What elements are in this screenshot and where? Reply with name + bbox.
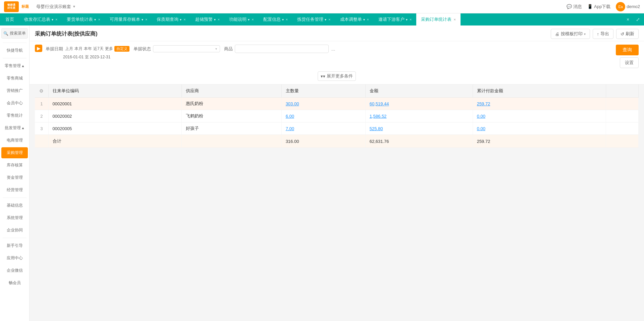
expand-more-btn[interactable]: ▾▾ 展开更多条件: [318, 71, 356, 81]
date-filter-group: 单据日期 上月 本月 本年 近7天 更多 自定义: [46, 46, 129, 52]
cell-qty[interactable]: 303.00: [281, 98, 365, 110]
nav-maximize-btn[interactable]: ⤢: [633, 15, 643, 24]
cell-amount[interactable]: 1,586.52: [365, 110, 473, 122]
tab-close-icon[interactable]: ×: [286, 17, 288, 21]
tab-bqcx[interactable]: 保质期查询 ▾ ×: [152, 13, 190, 25]
tab-label: 采购订单统计表: [421, 16, 451, 22]
user-area[interactable]: Ea demo2: [616, 2, 640, 11]
refresh-btn[interactable]: ↺ 刷新: [616, 29, 639, 39]
sidebar-item-kchs[interactable]: 库存核算: [1, 160, 28, 171]
cell-code: 00020001: [48, 98, 182, 110]
export-btn[interactable]: ↑ 导出: [593, 29, 614, 39]
tab-label: 收发存汇总表: [24, 16, 50, 22]
tab-close-icon[interactable]: ×: [367, 17, 369, 21]
cell-paid[interactable]: 0.00: [473, 110, 606, 122]
tab-ccyj[interactable]: 超储预警 ▾ ×: [191, 13, 224, 25]
cell-amount[interactable]: 525.80: [365, 122, 473, 135]
message-label: 消息: [573, 4, 582, 10]
tab-cbtz[interactable]: 成本调整单 ▾ ×: [335, 13, 374, 25]
nav-close-btn[interactable]: ×: [623, 15, 633, 24]
expand-icon: ▲: [21, 126, 25, 130]
footer-empty-2: [182, 135, 281, 148]
sidebar-item-jcxx[interactable]: 基础信息: [1, 200, 28, 211]
sidebar-item-dsgl[interactable]: 电商管理: [1, 135, 28, 146]
shortcut-7days[interactable]: 近7天: [93, 46, 104, 52]
workspace-selector[interactable]: 母婴行业演示账套 ▼: [34, 4, 78, 10]
tab-arrow-icon: ▾: [142, 18, 143, 21]
cell-no: 2: [35, 110, 48, 122]
query-btn[interactable]: 查询: [616, 45, 639, 55]
sidebar-item-qywx[interactable]: 企业微信: [1, 265, 28, 276]
app-download-btn[interactable]: 📱 App下载: [587, 4, 610, 10]
goods-input[interactable]: [235, 45, 329, 53]
filter-right-actions: 查询 设置: [616, 45, 639, 68]
print-arrow-icon: ▾: [584, 32, 586, 36]
shortcut-more[interactable]: 更多: [105, 46, 113, 52]
tab-close-icon[interactable]: ×: [453, 17, 455, 21]
sidebar-item-qyxt[interactable]: 企业协同: [1, 225, 28, 236]
cell-amount[interactable]: 60,519.44: [365, 98, 473, 110]
sidebar-item-lstj[interactable]: 零售统计: [1, 110, 28, 121]
tab-arrow-icon: ▾: [406, 18, 408, 21]
footer-label: 合计: [48, 135, 182, 148]
home-label: 首页: [5, 16, 14, 22]
tab-close-icon[interactable]: ×: [410, 17, 412, 21]
filter-toggle-btn[interactable]: ▶: [35, 45, 42, 52]
tab-close-icon[interactable]: ×: [328, 17, 330, 21]
sidebar-item-phy[interactable]: 畅会员: [1, 277, 28, 288]
shortcut-last-month[interactable]: 上月: [65, 46, 73, 52]
tab-close-icon[interactable]: ×: [145, 17, 147, 21]
status-select[interactable]: ▾: [153, 45, 220, 52]
cell-qty[interactable]: 7.00: [281, 122, 365, 135]
export-label: 导出: [600, 31, 609, 37]
shortcut-this-month[interactable]: 本月: [74, 46, 83, 52]
sidebar-item-hyzy[interactable]: 会员中心: [1, 98, 28, 109]
tab-gnsm[interactable]: 功能说明 ▾ ×: [224, 13, 258, 25]
goods-more-icon[interactable]: ...: [331, 46, 335, 52]
sidebar-item-zjgl[interactable]: 资金管理: [1, 172, 28, 183]
cell-paid[interactable]: 259.72: [473, 98, 606, 110]
tab-pzsz[interactable]: 配置信息 ▾ ×: [259, 13, 292, 25]
tab-home[interactable]: 首页: [0, 13, 19, 25]
tab-label: 可用量库存账本: [110, 16, 140, 22]
sidebar-item-lssc[interactable]: 零售商城: [1, 73, 28, 84]
tab-kysl[interactable]: 可用量库存账本 ▾ ×: [105, 13, 152, 25]
tab-yfqd[interactable]: 要货单统计表 ▾ ×: [62, 13, 105, 25]
sidebar-item-jygl[interactable]: 经营管理: [1, 184, 28, 196]
settings-btn[interactable]: 设置: [620, 57, 639, 68]
col-qty: 主数量: [281, 85, 365, 98]
filter-area: ▶ 单据日期 上月 本月 本年 近7天 更多: [30, 41, 644, 85]
tab-phsm[interactable]: 拣货任务管理 ▾ ×: [292, 13, 335, 25]
message-btn[interactable]: 💬 消息: [567, 4, 582, 10]
sidebar-item-xsyd[interactable]: 新手引导: [1, 240, 28, 251]
sidebar-item-pfgl[interactable]: 批发管理 ▲: [1, 122, 28, 133]
sidebar-item-yxtg[interactable]: 营销推广: [1, 85, 28, 96]
tab-cgdd[interactable]: 采购订单统计表 ×: [416, 13, 460, 25]
data-table: ⚙ 往来单位编码 供应商 主数量 金额 累计付款金额 1 00020001 惠氏…: [35, 85, 639, 148]
sidebar-item-quick-nav[interactable]: 快捷导航: [1, 45, 28, 56]
cell-code: 00020002: [48, 110, 182, 122]
tab-close-icon[interactable]: ×: [55, 17, 57, 21]
col-settings[interactable]: ⚙: [35, 85, 48, 98]
date-range-display: 2016-01-01 至 2023-12-31: [63, 54, 110, 60]
shortcut-this-year[interactable]: 本年: [84, 46, 92, 52]
sidebar-item-cggl[interactable]: 采购管理: [1, 147, 28, 158]
print-btn[interactable]: 🖨 按模板打印 ▾: [551, 29, 590, 39]
cell-supplier: 飞鹤奶粉: [182, 110, 281, 122]
cell-paid[interactable]: 0.00: [473, 122, 606, 135]
cell-qty[interactable]: 6.00: [281, 110, 365, 122]
sidebar-item-yyzx[interactable]: 应用中心: [1, 253, 28, 264]
search-menu-btn[interactable]: 🔍 搜索菜单: [1, 28, 28, 39]
tab-close-icon[interactable]: ×: [183, 17, 185, 21]
sidebar-item-lsxs[interactable]: 零售管理 ▲: [1, 60, 28, 71]
export-icon: ↑: [597, 32, 599, 37]
tab-close-icon[interactable]: ×: [218, 17, 220, 21]
tab-close-icon[interactable]: ×: [252, 17, 254, 21]
custom-date-badge[interactable]: 自定义: [114, 46, 129, 52]
tab-shfs[interactable]: 收发存汇总表 ▾ ×: [19, 13, 62, 25]
sidebar-item-xtgl[interactable]: 系统管理: [1, 212, 28, 223]
tab-yqxs[interactable]: 邀请下游客户 ▾ ×: [374, 13, 416, 25]
tab-close-icon[interactable]: ×: [98, 17, 100, 21]
status-chevron-icon: ▾: [215, 47, 217, 51]
table-row: 1 00020001 惠氏奶粉 303.00 60,519.44 259.72: [35, 98, 639, 110]
